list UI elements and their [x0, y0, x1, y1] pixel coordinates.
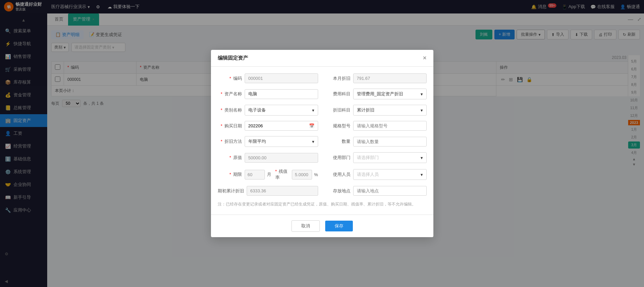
modal-note: 注：已经存在变更记录或者对应固定资产已经生成凭证，原值、购买日期、残值率、累计折…	[218, 201, 427, 208]
form-grid: * 编码 本月折旧 * 资产名称	[218, 73, 427, 196]
expense-subject-select[interactable]: 管理费用_固定资产折旧 ▾	[353, 89, 427, 99]
dep-subject-value: 累计折旧	[357, 107, 374, 113]
field-location: 存放地点	[326, 186, 427, 196]
modal-header: 编辑固定资产 ×	[211, 50, 433, 67]
residual-unit-label: %	[314, 172, 318, 177]
category-chevron-icon: ▾	[312, 108, 314, 113]
dep-method-label: * 折旧方法	[218, 138, 242, 145]
field-code: * 编码	[218, 73, 318, 83]
initial-dep-input	[247, 186, 318, 196]
category-label: * 类别名称	[218, 107, 242, 113]
field-spec: 规格型号	[326, 121, 427, 131]
period-label: * 期限	[218, 171, 242, 178]
period-input	[245, 170, 265, 180]
field-asset-name: * 资产名称	[218, 89, 318, 99]
location-label: 存放地点	[326, 188, 350, 194]
dep-subject-select[interactable]: 累计折旧 ▾	[353, 105, 427, 116]
initial-dep-label: 期初累计折旧	[218, 188, 244, 194]
field-expense-subject: 费用科目 管理费用_固定资产折旧 ▾	[326, 89, 427, 99]
field-initial-dep: 期初累计折旧	[218, 186, 318, 196]
field-dep-method: * 折旧方法 年限平均 ▾	[218, 136, 318, 147]
asset-name-input[interactable]	[245, 89, 318, 99]
field-dept: 使用部门 请选择部门 ▾	[326, 152, 427, 163]
residual-rate-label: * 残值率	[275, 168, 290, 181]
original-value-label: * 原值	[218, 155, 242, 161]
field-person: 使用人员 请选择人员 ▾	[326, 168, 427, 181]
purchase-date-input-wrap[interactable]: 📅	[245, 121, 318, 131]
monthly-dep-input	[353, 73, 427, 83]
period-unit-label: 月	[267, 171, 271, 178]
dep-method-chevron-icon: ▾	[312, 139, 314, 144]
expense-subject-chevron-icon: ▾	[421, 92, 423, 97]
dept-placeholder: 请选择部门	[357, 155, 379, 161]
modal-title: 编辑固定资产	[218, 55, 248, 61]
dept-label: 使用部门	[326, 155, 350, 161]
category-value: 电子设备	[248, 107, 266, 113]
person-chevron-icon: ▾	[421, 172, 423, 177]
purchase-date-label: * 购买日期	[218, 123, 242, 129]
period-group: 月 * 残值率 %	[245, 168, 318, 181]
calendar-icon[interactable]: 📅	[309, 123, 314, 128]
quantity-label: 数量	[326, 138, 350, 145]
dep-method-value: 年限平均	[248, 138, 266, 145]
field-period-residual: * 期限 月 * 残值率 %	[218, 168, 318, 181]
asset-name-label: * 资产名称	[218, 91, 242, 97]
field-category: * 类别名称 电子设备 ▾	[218, 105, 318, 116]
dept-chevron-icon: ▾	[421, 155, 423, 160]
save-button[interactable]: 保存	[325, 221, 353, 231]
location-input[interactable]	[353, 186, 427, 196]
purchase-date-input[interactable]	[248, 123, 309, 128]
person-label: 使用人员	[326, 171, 350, 178]
expense-subject-label: 费用科目	[326, 91, 350, 97]
residual-rate-input	[292, 170, 312, 180]
cancel-button[interactable]: 取消	[292, 220, 320, 232]
field-dep-subject: 折旧科目 累计折旧 ▾	[326, 105, 427, 116]
quantity-input[interactable]	[353, 137, 427, 147]
category-select[interactable]: 电子设备 ▾	[245, 105, 318, 116]
dep-subject-chevron-icon: ▾	[421, 108, 423, 113]
dep-subject-label: 折旧科目	[326, 107, 350, 113]
modal-close-btn[interactable]: ×	[423, 55, 427, 62]
person-placeholder: 请选择人员	[357, 171, 379, 178]
expense-subject-value: 管理费用_固定资产折旧	[357, 91, 403, 97]
dept-select[interactable]: 请选择部门 ▾	[353, 152, 427, 163]
edit-asset-modal: 编辑固定资产 × * 编码 本月折旧	[211, 50, 433, 237]
field-monthly-dep: 本月折旧	[326, 73, 427, 83]
monthly-dep-label: 本月折旧	[326, 75, 350, 82]
spec-input[interactable]	[353, 121, 427, 131]
code-input[interactable]	[245, 73, 318, 83]
field-purchase-date: * 购买日期 📅	[218, 121, 318, 131]
person-select[interactable]: 请选择人员 ▾	[353, 169, 427, 180]
modal-footer: 取消 保存	[211, 215, 433, 237]
modal-body: * 编码 本月折旧 * 资产名称	[211, 67, 433, 214]
field-original-value: * 原值	[218, 152, 318, 163]
code-label: * 编码	[218, 75, 242, 82]
original-value-input	[245, 153, 318, 163]
spec-label: 规格型号	[326, 123, 350, 129]
modal-overlay: 编辑固定资产 × * 编码 本月折旧	[0, 0, 644, 287]
dep-method-select[interactable]: 年限平均 ▾	[245, 136, 318, 147]
field-quantity: 数量	[326, 136, 427, 147]
